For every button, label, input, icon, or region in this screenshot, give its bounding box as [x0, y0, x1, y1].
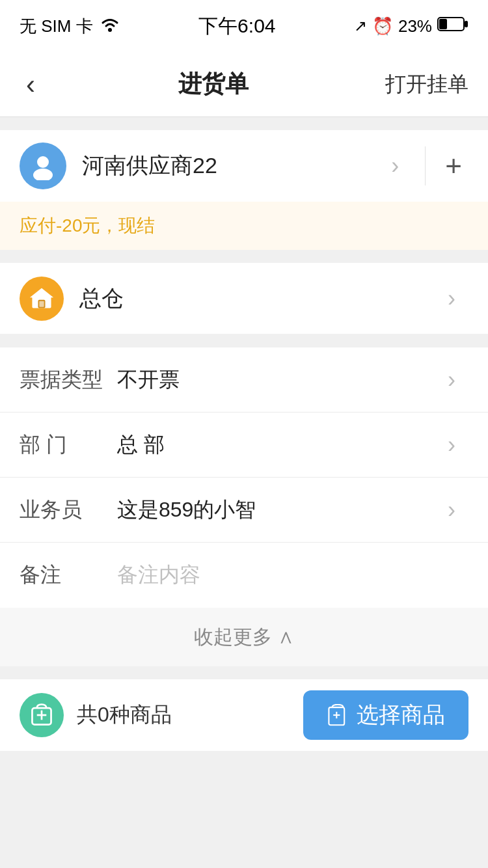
warehouse-name: 总仓	[79, 284, 448, 314]
salesperson-row[interactable]: 业务员 这是859的小智 ›	[0, 478, 488, 543]
salesperson-label: 业务员	[20, 496, 104, 524]
section-gap-1	[0, 117, 488, 130]
warehouse-icon	[20, 277, 64, 321]
supplier-row[interactable]: 河南供应商22 › +	[0, 130, 488, 202]
notice-bar: 应付-20元，现结	[0, 202, 488, 250]
back-button[interactable]: ‹	[20, 62, 42, 107]
remark-placeholder: 备注内容	[104, 561, 468, 590]
notice-text: 应付-20元，现结	[20, 215, 155, 236]
svg-point-5	[33, 169, 53, 180]
status-left: 无 SIM 卡	[20, 15, 120, 38]
salesperson-chevron-icon: ›	[448, 496, 455, 524]
status-right: ↗ ⏰ 23%	[354, 16, 468, 37]
svg-rect-2	[439, 19, 447, 29]
product-count-label: 共0种商品	[77, 701, 303, 729]
wifi-icon	[100, 16, 120, 37]
warehouse-chevron-icon: ›	[448, 285, 455, 312]
svg-rect-10	[39, 301, 44, 306]
warehouse-row[interactable]: 总仓 ›	[0, 263, 488, 334]
warehouse-section: 总仓 ›	[0, 263, 488, 334]
collapse-row[interactable]: 收起更多 ∧	[0, 608, 488, 666]
bottom-bar: 共0种商品 选择商品	[0, 679, 488, 751]
svg-point-4	[37, 156, 49, 168]
battery-label: 23%	[398, 16, 432, 36]
form-section: 票据类型 不开票 › 部 门 总 部 › 业务员 这是859的小智 › 备注 备…	[0, 347, 488, 608]
alarm-icon: ⏰	[372, 16, 393, 36]
battery-icon	[437, 16, 468, 37]
remark-row[interactable]: 备注 备注内容	[0, 543, 488, 608]
nav-bar: ‹ 进货单 打开挂单	[0, 52, 488, 117]
select-product-label: 选择商品	[357, 700, 445, 730]
department-chevron-icon: ›	[448, 431, 455, 459]
vertical-divider	[425, 146, 426, 185]
add-supplier-icon[interactable]: +	[439, 150, 468, 182]
collapse-label: 收起更多 ∧	[194, 624, 293, 651]
salesperson-value: 这是859的小智	[104, 496, 448, 524]
supplier-chevron-icon: ›	[391, 152, 399, 180]
supplier-name: 河南供应商22	[82, 151, 391, 181]
supplier-section: 河南供应商22 › + 应付-20元，现结	[0, 130, 488, 250]
department-row[interactable]: 部 门 总 部 ›	[0, 413, 488, 478]
page-title: 进货单	[178, 68, 249, 100]
page-background	[0, 751, 488, 868]
svg-rect-3	[465, 21, 468, 27]
section-gap-2	[0, 250, 488, 263]
department-label: 部 门	[20, 431, 104, 459]
remark-label: 备注	[20, 561, 104, 590]
svg-marker-7	[30, 288, 53, 297]
department-value: 总 部	[104, 431, 448, 459]
select-product-button[interactable]: 选择商品	[303, 690, 468, 740]
product-icon	[20, 693, 64, 737]
invoice-type-row[interactable]: 票据类型 不开票 ›	[0, 347, 488, 413]
invoice-type-chevron-icon: ›	[448, 366, 455, 394]
invoice-type-label: 票据类型	[20, 366, 104, 394]
carrier-label: 无 SIM 卡	[20, 15, 93, 38]
svg-point-0	[108, 28, 112, 32]
supplier-avatar	[20, 142, 66, 189]
status-time: 下午6:04	[198, 13, 275, 40]
location-icon: ↗	[354, 17, 367, 35]
open-pending-button[interactable]: 打开挂单	[385, 70, 468, 99]
section-gap-3	[0, 334, 488, 347]
invoice-type-value: 不开票	[104, 366, 448, 394]
status-bar: 无 SIM 卡 下午6:04 ↗ ⏰ 23%	[0, 0, 488, 52]
